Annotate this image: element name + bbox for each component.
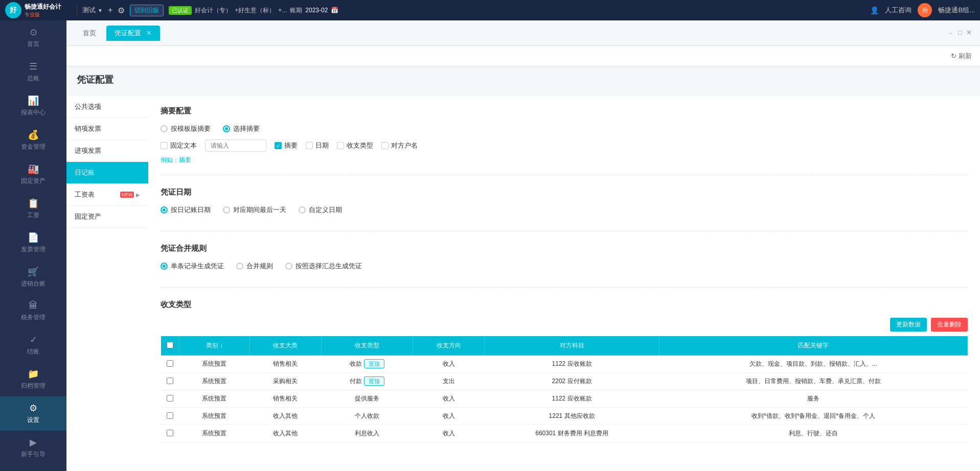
radio-circle-template — [161, 125, 168, 132]
sidebar-item-home[interactable]: ⊙ 首页 — [0, 20, 66, 55]
sidebar-item-ledger[interactable]: ☰ 总账 — [0, 55, 66, 89]
checkbox-counterpart[interactable]: 对方户名 — [381, 141, 418, 150]
sidebar-item-purchase[interactable]: 🛒 进销台账 — [0, 260, 66, 294]
sidebar-item-funds[interactable]: 💰 资金管理 — [0, 123, 66, 157]
maximize-icon[interactable]: □ — [958, 29, 962, 38]
summary-config-section: 摘要配置 按模板版摘要 选择摘要 — [161, 106, 968, 175]
user-name[interactable]: 畅捷通B组... — [938, 6, 975, 15]
row-checkbox-2[interactable] — [167, 395, 173, 402]
row-checkbox-1[interactable] — [167, 378, 173, 384]
tab-home[interactable]: 首页 — [75, 26, 104, 41]
logo-text: 畅捷通好会计 专业版 — [25, 3, 61, 18]
main-layout: ⊙ 首页 ☰ 总账 📊 报表中心 💰 资金管理 🏭 固定资产 📋 工资 📄 发票… — [0, 20, 980, 471]
topbar-right: 👤 人工咨询 用 畅捷通B组... — [870, 3, 975, 17]
row-checkbox-0[interactable] — [167, 360, 173, 367]
checkbox-type[interactable]: 收支类型 — [337, 141, 373, 150]
refresh-btn[interactable]: ↻ 刷新 — [951, 52, 972, 61]
update-data-btn[interactable]: 更新数据 — [890, 318, 927, 332]
good-biz-label: +好生意（标） — [235, 6, 275, 15]
top-tag-0[interactable]: 置顶 — [364, 359, 384, 368]
checkbox-row: 固定文本 ✓ 摘要 日期 — [161, 139, 968, 152]
select-all-checkbox[interactable] — [167, 342, 173, 348]
switch-old-btn[interactable]: 切到旧版 — [130, 5, 164, 16]
chevron-right-icon: ▶ — [136, 192, 140, 198]
left-nav: 公共选项 销项发票 进项发票 日记账 工资表 NEW ▶ 固定资产 — [66, 96, 148, 471]
settings-sidebar-icon: ⚙ — [29, 403, 37, 414]
sidebar-item-settle[interactable]: ✓ 结账 — [0, 328, 66, 362]
avatar: 用 — [918, 3, 932, 17]
close-icon[interactable]: ✕ — [966, 29, 972, 38]
purchase-icon: 🛒 — [28, 266, 39, 277]
merge-rules-section: 凭证合并规则 单条记录生成凭证 合并规则 — [161, 244, 968, 288]
radio-circle-single — [161, 263, 168, 270]
checkbox-fixed-text[interactable]: 固定文本 — [161, 141, 197, 150]
tab-close-icon[interactable]: ✕ — [146, 29, 152, 37]
top-tag-1[interactable]: 置顶 — [364, 376, 384, 386]
summary-radio-group: 按模板版摘要 选择摘要 — [161, 124, 968, 133]
checkbox-box-counterpart — [381, 142, 389, 149]
invoice-icon: 📄 — [28, 232, 39, 243]
tabbar: 首页 凭证配置 ✕ － □ ✕ — [66, 20, 980, 46]
nav-item-purchase-inv[interactable]: 进项发票 — [66, 140, 148, 162]
col-big-type: 收支大类 — [249, 336, 321, 356]
sidebar-item-invoice[interactable]: 📄 发票管理 — [0, 226, 66, 260]
col-direction: 收支方向 — [413, 336, 485, 356]
nav-item-payroll-tbl[interactable]: 工资表 NEW ▶ — [66, 184, 148, 206]
add-icon[interactable]: + — [108, 6, 112, 15]
batch-delete-btn[interactable]: 批量删除 — [931, 318, 968, 332]
table-row: 系统预置 销售相关 提供服务 收入 1122 应收账款 服务 — [161, 390, 968, 408]
income-expense-title: 收支类型 — [161, 300, 968, 310]
page-title-area: 凭证配置 — [66, 66, 980, 96]
report-icon: 📊 — [28, 95, 39, 106]
checkbox-summary[interactable]: ✓ 摘要 — [275, 141, 298, 150]
chevron-down-icon: ▼ — [98, 8, 103, 13]
sidebar-item-payroll[interactable]: 📋 工资 — [0, 192, 66, 226]
sidebar-item-member[interactable]: ♡ 畅会员 — [0, 465, 66, 471]
radio-select-total[interactable]: 按照选择汇总生成凭证 — [285, 262, 362, 271]
checkbox-date[interactable]: 日期 — [306, 141, 329, 150]
radio-circle-merge — [236, 263, 243, 270]
tab-voucher-config[interactable]: 凭证配置 ✕ — [106, 26, 160, 41]
radio-select[interactable]: 选择摘要 — [223, 124, 260, 133]
radio-merge[interactable]: 合并规则 — [236, 262, 273, 271]
income-expense-table: 类别 ↓ 收支大类 收支类型 收支方向 对方科目 匹配关键字 — [161, 336, 968, 442]
sidebar-item-archive[interactable]: 📁 归档管理 — [0, 362, 66, 396]
table-row: 系统预置 收入其他 利息收入 收入 660301 财务费用 利息费用 利息、行驶… — [161, 425, 968, 442]
consult-label[interactable]: 人工咨询 — [885, 6, 911, 15]
nav-item-sales[interactable]: 销项发票 — [66, 118, 148, 140]
radio-custom[interactable]: 自定义日期 — [299, 205, 342, 215]
sidebar-item-settings[interactable]: ⚙ 设置 — [0, 396, 66, 431]
fixed-text-input[interactable] — [205, 139, 266, 152]
consult-icon: 👤 — [870, 6, 879, 14]
test-dropdown[interactable]: 测试 ▼ — [82, 6, 103, 15]
radio-journal-date[interactable]: 按日记账日期 — [161, 205, 211, 215]
row-checkbox-3[interactable] — [167, 412, 173, 419]
assets-icon: 🏭 — [28, 163, 39, 175]
period-label: 账期 — [290, 6, 302, 15]
radio-period-last[interactable]: 对应期间最后一天 — [223, 205, 286, 215]
radio-single[interactable]: 单条记录生成凭证 — [161, 262, 224, 271]
inner-layout: 公共选项 销项发票 进项发票 日记账 工资表 NEW ▶ 固定资产 — [66, 96, 980, 471]
sidebar-item-report[interactable]: 📊 报表中心 — [0, 89, 66, 123]
income-expense-section: 收支类型 更新数据 批量删除 类别 ↓ 收支大类 收支类 — [161, 300, 968, 453]
calendar-icon[interactable]: 📅 — [331, 7, 338, 14]
sidebar-item-tax[interactable]: 🏛 税务管理 — [0, 294, 66, 328]
radio-circle-select-total — [285, 263, 292, 270]
sidebar-item-assets[interactable]: 🏭 固定资产 — [0, 157, 66, 192]
minimize-icon[interactable]: － — [947, 29, 954, 38]
radio-circle-period-last — [223, 206, 230, 214]
sidebar-item-newguide[interactable]: ▶ 新手引导 — [0, 431, 66, 465]
nav-item-public[interactable]: 公共选项 — [66, 96, 148, 118]
content-area: 首页 凭证配置 ✕ － □ ✕ ↻ 刷新 凭证配置 — [66, 20, 980, 471]
table-row: 系统预置 收入其他 个人收款 收入 1221 其他应收款 收到*借款、收到*备用… — [161, 408, 968, 425]
settings-icon[interactable]: ⚙ — [118, 6, 125, 15]
radio-template[interactable]: 按模板版摘要 — [161, 124, 211, 133]
funds-icon: 💰 — [28, 129, 39, 140]
radio-circle-journal-date — [161, 206, 168, 214]
nav-item-journal[interactable]: 日记账 — [66, 162, 148, 184]
merge-rules-radio-group: 单条记录生成凭证 合并规则 按照选择汇总生成凭证 — [161, 262, 968, 271]
row-checkbox-4[interactable] — [167, 430, 173, 436]
voucher-date-section: 凭证日期 按日记账日期 对应期间最后一天 — [161, 187, 968, 231]
logo-icon: 好 — [5, 2, 21, 18]
nav-item-fixed-assets[interactable]: 固定资产 — [66, 206, 148, 228]
